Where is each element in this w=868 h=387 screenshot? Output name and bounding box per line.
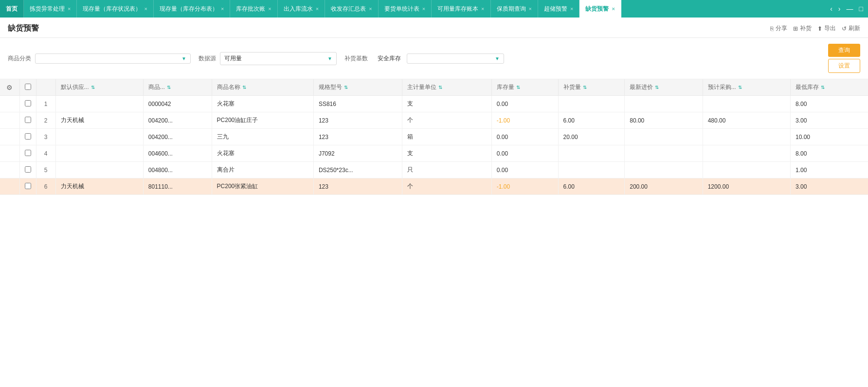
row-index-0: 1 — [36, 96, 55, 112]
export-action[interactable]: ⬆ 导出 — [817, 24, 836, 33]
share-action[interactable]: ⎘ 分享 — [770, 24, 787, 33]
row-index-1: 2 — [36, 112, 55, 129]
table-row: 3 004200... 三九 123 箱 0.00 20.00 10.00 — [0, 129, 868, 145]
row-supplier-3 — [55, 145, 143, 162]
table-row: 4 004600... 火花塞 J7092 支 0.00 8.00 — [0, 145, 868, 162]
replenish-qty-sort-icon: ⇅ — [583, 85, 587, 90]
col-replenish-qty-header[interactable]: 补货量⇅ — [558, 79, 625, 96]
col-checkbox-header[interactable] — [19, 79, 36, 96]
tab-close-inventory-status[interactable]: × — [144, 6, 147, 12]
est-purchase-sort-icon: ⇅ — [738, 85, 742, 90]
tab-close-expiry[interactable]: × — [529, 6, 532, 12]
col-stock-label: 库存量 — [497, 83, 514, 91]
row-unit-4: 只 — [402, 162, 491, 178]
tab-item-collect-send[interactable]: 收发存汇总表× — [325, 0, 378, 18]
tab-item-abnormal[interactable]: 拣货异常处理× — [24, 0, 77, 18]
row-index-4: 5 — [36, 162, 55, 178]
tab-item-overstock[interactable]: 超储预警× — [538, 0, 579, 18]
row-goods-code-5: 801110... — [143, 178, 212, 195]
row-checkbox-cell-1[interactable] — [19, 112, 36, 129]
row-checkbox-cell-3[interactable] — [19, 145, 36, 162]
tab-close-order-stats[interactable]: × — [422, 6, 425, 12]
col-supplier-header[interactable]: 默认供应...⇅ — [55, 79, 143, 96]
col-goods-name-header[interactable]: 商品名称⇅ — [212, 79, 313, 96]
tab-item-batch[interactable]: 库存批次账× — [230, 0, 277, 18]
datasource-filter-group: 数据源 可用量 ▼ — [199, 52, 337, 65]
stock-sort-icon: ⇅ — [516, 85, 520, 90]
row-checkbox-3[interactable] — [25, 150, 31, 156]
col-gear-header[interactable]: ⚙ — [0, 79, 19, 96]
row-checkbox-cell-0[interactable] — [19, 96, 36, 112]
tab-close-shortage[interactable]: × — [612, 6, 615, 12]
tab-prev-button[interactable]: ‹ — [827, 5, 835, 13]
tab-maximize-button[interactable]: □ — [856, 5, 866, 13]
tab-close-collect-send[interactable]: × — [369, 6, 372, 12]
refresh-action[interactable]: ↺ 刷新 — [842, 24, 860, 33]
tab-close-abnormal[interactable]: × — [68, 6, 71, 12]
datasource-select[interactable]: 可用量 ▼ — [220, 52, 337, 65]
tab-close-batch[interactable]: × — [268, 6, 271, 12]
tab-item-order-stats[interactable]: 要货单统计表× — [379, 0, 432, 18]
unit-sort-icon: ⇅ — [438, 85, 442, 90]
refresh-label: 刷新 — [849, 24, 860, 33]
row-spec-2: 123 — [313, 129, 402, 145]
col-goods-code-header[interactable]: 商品...⇅ — [143, 79, 212, 96]
row-checkbox-cell-5[interactable] — [19, 178, 36, 195]
col-spec-header[interactable]: 规格型号⇅ — [313, 79, 402, 96]
row-gear-1 — [0, 112, 19, 129]
row-checkbox-1[interactable] — [25, 117, 31, 123]
row-replenish-qty-2: 20.00 — [558, 129, 625, 145]
row-goods-code-3: 004600... — [143, 145, 212, 162]
row-supplier-4 — [55, 162, 143, 178]
row-checkbox-4[interactable] — [25, 166, 31, 173]
page-container: 缺货预警 ⎘ 分享 ⊞ 补货 ⬆ 导出 ↺ 刷新 商品分类 — [0, 18, 868, 387]
row-unit-3: 支 — [402, 145, 491, 162]
col-latest-price-header[interactable]: 最新进价⇅ — [625, 79, 703, 96]
replenish-base-label: 补货基数 — [344, 54, 368, 63]
tab-item-inventory-status[interactable]: 现存量（库存状况表）× — [77, 0, 153, 18]
tab-close-inventory-dist[interactable]: × — [221, 6, 224, 12]
page-title: 缺货预警 — [8, 23, 39, 34]
tab-item-available-ledger[interactable]: 可用量库存账本× — [432, 0, 490, 18]
select-all-checkbox[interactable] — [25, 84, 31, 90]
tab-next-button[interactable]: › — [835, 5, 844, 13]
replenish-base-select[interactable]: ▼ — [407, 53, 504, 64]
tab-label-available-ledger: 可用量库存账本 — [437, 5, 478, 13]
category-select[interactable]: ▼ — [35, 53, 191, 64]
tab-item-expiry[interactable]: 保质期查询× — [491, 0, 538, 18]
gear-settings-icon[interactable]: ⚙ — [6, 84, 13, 91]
tab-bar: 首页拣货异常处理×现存量（库存状况表）×现存量（库存分布表）×库存批次账×出入库… — [0, 0, 868, 18]
settings-button[interactable]: 设置 — [828, 59, 860, 73]
tab-label-abnormal: 拣货异常处理 — [30, 5, 65, 13]
row-checkbox-0[interactable] — [25, 100, 31, 106]
min-stock-sort-icon: ⇅ — [821, 85, 825, 90]
row-checkbox-cell-2[interactable] — [19, 129, 36, 145]
row-min-stock-0: 8.00 — [790, 96, 868, 112]
filter-actions: 查询 设置 — [828, 44, 860, 73]
row-index-5: 6 — [36, 178, 55, 195]
col-stock-header[interactable]: 库存量⇅ — [491, 79, 558, 96]
tab-item-inventory-dist[interactable]: 现存量（库存分布表）× — [154, 0, 230, 18]
tab-item-shortage[interactable]: 缺货预警× — [579, 0, 621, 18]
row-checkbox-2[interactable] — [25, 133, 31, 140]
tab-item-home[interactable]: 首页 — [0, 0, 24, 18]
row-est-purchase-5: 1200.00 — [703, 178, 790, 195]
col-goods-name-label: 商品名称 — [217, 83, 240, 91]
col-est-purchase-header[interactable]: 预计采购...⇅ — [703, 79, 790, 96]
col-min-stock-header[interactable]: 最低库存⇅ — [790, 79, 868, 96]
datasource-select-value: 可用量 — [224, 54, 242, 63]
tab-minimize-button[interactable]: — — [844, 5, 856, 13]
row-checkbox-cell-4[interactable] — [19, 162, 36, 178]
query-button[interactable]: 查询 — [828, 44, 860, 57]
category-arrow-icon: ▼ — [181, 56, 186, 61]
col-unit-header[interactable]: 主计量单位⇅ — [402, 79, 491, 96]
category-filter-label: 商品分类 — [8, 54, 31, 63]
tab-close-available-ledger[interactable]: × — [481, 6, 484, 12]
tab-item-inout-flow[interactable]: 出入库流水× — [278, 0, 325, 18]
tab-close-overstock[interactable]: × — [570, 6, 573, 12]
replenish-action[interactable]: ⊞ 补货 — [793, 24, 812, 33]
row-est-purchase-2 — [703, 129, 790, 145]
row-unit-0: 支 — [402, 96, 491, 112]
tab-close-inout-flow[interactable]: × — [316, 6, 319, 12]
row-checkbox-5[interactable] — [25, 183, 31, 189]
